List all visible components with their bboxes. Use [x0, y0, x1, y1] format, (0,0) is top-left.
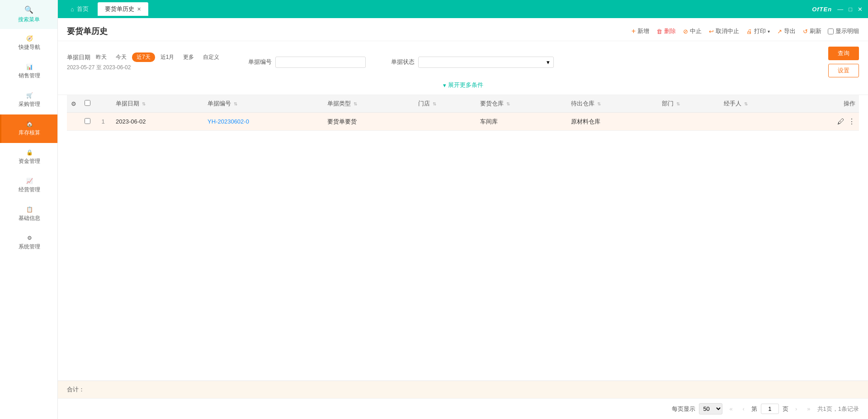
- query-button[interactable]: 查询: [828, 47, 859, 60]
- col-doc-no-label: 单据编号: [208, 100, 231, 107]
- table-body: 1 2023-06-02 YH-20230602-0 要货单要货 车间库 原材料…: [67, 113, 859, 131]
- tab-history[interactable]: 要货单历史 ✕: [98, 2, 148, 16]
- doc-status-filter: 单据状态 ▾: [391, 57, 817, 68]
- pagination-area: 每页显示 20 50 100 200 « ‹ 第 页 › » 共1页，1条记录: [58, 398, 868, 419]
- row-edit-btn[interactable]: 🖊: [837, 118, 844, 126]
- sidebar-item-operations[interactable]: 📈 经营管理: [0, 171, 57, 200]
- date-filter-label: 单据日期: [67, 53, 90, 62]
- select-all-checkbox[interactable]: [85, 100, 90, 106]
- col-date: 单据日期 ⇅: [112, 95, 204, 113]
- sidebar-search[interactable]: 🔍 搜索菜单: [0, 0, 57, 29]
- row-dept-cell: [658, 113, 720, 131]
- sidebar-item-inventory[interactable]: 🏠 库存核算: [0, 114, 57, 143]
- expand-more-label: 展开更多条件: [448, 81, 483, 89]
- settings-icon[interactable]: ⚙: [71, 100, 76, 107]
- sales-icon: 📊: [26, 64, 33, 70]
- cancel-stop-button[interactable]: ↩ 取消中止: [708, 25, 740, 37]
- sidebar-item-system[interactable]: ⚙ 系统管理: [0, 229, 57, 257]
- tab-close-icon[interactable]: ✕: [137, 6, 141, 12]
- expand-more-btn[interactable]: ▾ 展开更多条件: [67, 81, 859, 89]
- doc-status-label: 单据状态: [391, 58, 415, 66]
- stop-button[interactable]: ⊘ 中止: [682, 25, 703, 37]
- sidebar-item-basic-info[interactable]: 📋 基础信息: [0, 200, 57, 229]
- table-row[interactable]: 1 2023-06-02 YH-20230602-0 要货单要货 车间库 原材料…: [67, 113, 859, 131]
- per-page-label: 每页显示: [672, 405, 695, 413]
- basic-info-icon: 📋: [26, 206, 33, 213]
- date-btn-yesterday[interactable]: 昨天: [92, 52, 110, 62]
- date-btn-more[interactable]: 更多: [179, 52, 198, 62]
- date-btn-last7days[interactable]: 近7天: [132, 52, 155, 62]
- new-button[interactable]: + 新增: [631, 25, 650, 37]
- col-actions: 操作: [797, 95, 859, 113]
- sidebar-item-label: 基础信息: [19, 214, 40, 222]
- refresh-button[interactable]: ↺ 刷新: [802, 25, 822, 37]
- row-docno-link[interactable]: YH-20230602-0: [208, 118, 249, 125]
- sidebar-item-label: 采购管理: [19, 100, 40, 108]
- table-header: ⚙ 单据日期 ⇅ 单据编号 ⇅: [67, 95, 859, 113]
- store-sort-icon[interactable]: ⇅: [433, 101, 436, 106]
- finance-icon: 🔒: [26, 149, 33, 156]
- chevron-down-icon: ▾: [443, 82, 446, 89]
- date-btn-last-month[interactable]: 近1月: [157, 52, 178, 62]
- summary-label: 合计：: [67, 386, 85, 393]
- sidebar-item-sales[interactable]: 📊 销售管理: [0, 57, 57, 86]
- page-label-suffix: 页: [783, 405, 788, 413]
- row-actions: 🖊 ⋮: [800, 117, 855, 126]
- sidebar-item-quick-nav[interactable]: 🧭 快捷导航: [0, 29, 57, 57]
- doc-number-input[interactable]: [275, 57, 366, 68]
- handler-sort-icon[interactable]: ⇅: [744, 101, 748, 106]
- minimize-btn[interactable]: —: [837, 6, 843, 13]
- row-pendwh-cell: 原材料仓库: [567, 113, 658, 131]
- row-more-btn[interactable]: ⋮: [848, 117, 855, 126]
- sidebar-item-finance[interactable]: 🔒 资金管理: [0, 143, 57, 171]
- doc-number-label: 单据编号: [248, 58, 272, 66]
- delete-icon: 🗑: [656, 28, 662, 35]
- first-page-btn[interactable]: «: [726, 404, 736, 414]
- show-detail-toggle[interactable]: 显示明细: [828, 27, 859, 35]
- docno-sort-icon[interactable]: ⇅: [234, 101, 237, 106]
- date-range-text: 2023-05-27 至 2023-06-02: [67, 64, 223, 71]
- tab-history-label: 要货单历史: [105, 5, 134, 13]
- delete-button[interactable]: 🗑 删除: [656, 25, 677, 37]
- tab-home[interactable]: ⌂ 首页: [63, 2, 96, 16]
- last-page-btn[interactable]: »: [804, 404, 813, 414]
- data-table: ⚙ 单据日期 ⇅ 单据编号 ⇅: [67, 95, 859, 131]
- col-checkbox: [80, 95, 94, 113]
- show-detail-label: 显示明细: [835, 27, 859, 35]
- row-checkbox[interactable]: [85, 118, 90, 124]
- refresh-icon: ↺: [803, 28, 808, 35]
- print-button[interactable]: 🖨 打印 ▾: [745, 25, 771, 37]
- settings-button[interactable]: 设置: [828, 64, 859, 77]
- dept-sort-icon[interactable]: ⇅: [676, 101, 680, 106]
- show-detail-checkbox[interactable]: [828, 29, 834, 34]
- prev-page-btn[interactable]: ‹: [740, 404, 748, 414]
- top-nav: ⌂ 首页 要货单历史 ✕ OfTEn — □ ✕: [58, 0, 868, 18]
- reqwh-sort-icon[interactable]: ⇅: [506, 101, 510, 106]
- brand-label: OfTEn: [812, 6, 832, 13]
- date-btn-custom[interactable]: 自定义: [199, 52, 223, 62]
- doctype-sort-icon[interactable]: ⇅: [354, 101, 357, 106]
- dropdown-arrow-icon: ▾: [547, 59, 550, 66]
- export-button[interactable]: ↗ 导出: [776, 25, 797, 37]
- row-actions-cell: 🖊 ⋮: [797, 113, 859, 131]
- page-input[interactable]: [761, 404, 779, 414]
- col-pending-warehouse-label: 待出仓库: [571, 100, 594, 107]
- maximize-btn[interactable]: □: [849, 6, 852, 13]
- doc-status-dropdown[interactable]: ▾: [418, 57, 554, 68]
- close-btn[interactable]: ✕: [858, 6, 863, 13]
- quick-nav-icon: 🧭: [26, 35, 33, 42]
- doc-number-filter: 单据编号: [248, 57, 366, 68]
- header-actions: + 新增 🗑 删除 ⊘ 中止 ↩ 取消中止 🖨 打印: [631, 25, 859, 37]
- next-page-btn[interactable]: ›: [792, 404, 800, 414]
- pendwh-sort-icon[interactable]: ⇅: [597, 101, 601, 106]
- per-page-select[interactable]: 20 50 100 200: [699, 403, 722, 414]
- sidebar: 🔍 搜索菜单 🧭 快捷导航 📊 销售管理 🛒 采购管理 🏠 库存核算 🔒 资金管…: [0, 0, 58, 419]
- system-icon: ⚙: [27, 235, 32, 241]
- col-handler-label: 经手人: [724, 100, 741, 107]
- date-sort-icon[interactable]: ⇅: [142, 101, 146, 106]
- date-btn-today[interactable]: 今天: [112, 52, 130, 62]
- date-shortcuts: 昨天 今天 近7天 近1月 更多 自定义: [92, 52, 223, 62]
- sidebar-item-label: 销售管理: [19, 72, 40, 80]
- new-label: 新增: [637, 27, 649, 35]
- sidebar-item-purchase[interactable]: 🛒 采购管理: [0, 86, 57, 114]
